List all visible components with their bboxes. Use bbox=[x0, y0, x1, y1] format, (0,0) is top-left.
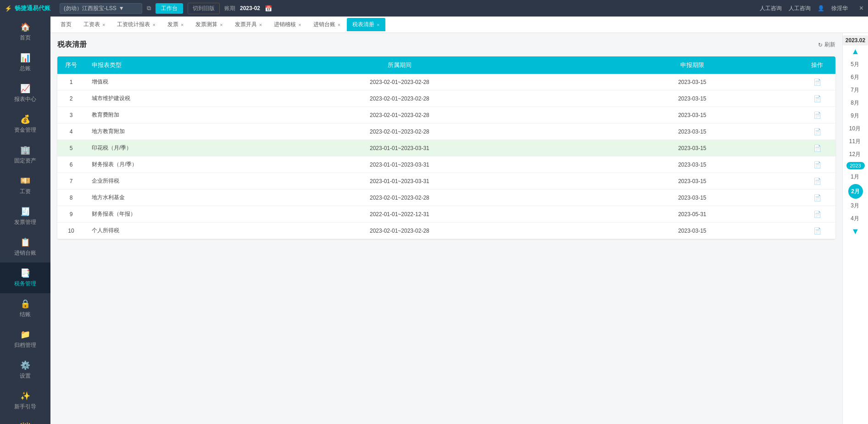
period-label: 账期 bbox=[224, 5, 235, 12]
tab-purchase-check[interactable]: 进销稽核 × bbox=[268, 18, 306, 31]
cell-no: 5 bbox=[57, 140, 85, 156]
tab-home[interactable]: 首页 bbox=[55, 18, 77, 31]
cell-period: 2023-01-01~2023-03-31 bbox=[213, 140, 586, 156]
human-consult[interactable]: 人工咨询 bbox=[760, 5, 782, 12]
sidebar-item-ledger[interactable]: 📊 总账 bbox=[0, 47, 50, 78]
table-action-icon[interactable]: 📄 bbox=[813, 145, 821, 152]
tab-invoice-calc[interactable]: 发票测算 × bbox=[190, 18, 228, 31]
tab-purchase-ledger-close[interactable]: × bbox=[338, 22, 340, 28]
table-action-icon[interactable]: 📄 bbox=[813, 128, 821, 135]
timeline-month[interactable]: 12月 bbox=[846, 148, 864, 161]
sidebar-item-home[interactable]: 🏠 首页 bbox=[0, 17, 50, 47]
cell-period: 2023-02-01~2023-02-28 bbox=[213, 223, 586, 239]
sidebar-item-member[interactable]: 👑 畅会员 bbox=[0, 416, 50, 424]
col-period: 所属期间 bbox=[213, 56, 586, 74]
table-row: 5 印花税（月/季） 2023-01-01~2023-03-31 2023-03… bbox=[57, 140, 835, 156]
sidebar-item-report[interactable]: 📈 报表中心 bbox=[0, 78, 50, 109]
sidebar-item-guide[interactable]: ✨ 新手引导 bbox=[0, 385, 50, 416]
tab-invoice-label: 发票 bbox=[167, 21, 178, 28]
capital-icon: 💰 bbox=[20, 114, 30, 124]
tab-tax-list[interactable]: 税表清册 × bbox=[347, 18, 385, 31]
tab-salary-table-close[interactable]: × bbox=[102, 22, 105, 28]
timeline-month[interactable]: 10月 bbox=[846, 123, 864, 135]
purchase-icon: 📋 bbox=[20, 237, 30, 247]
report-icon: 📈 bbox=[20, 84, 30, 94]
tab-purchase-check-close[interactable]: × bbox=[298, 22, 301, 28]
timeline-month[interactable]: 8月 bbox=[846, 97, 864, 109]
table-action-icon[interactable]: 📄 bbox=[813, 178, 821, 185]
sidebar-item-close[interactable]: 🔒 结账 bbox=[0, 293, 50, 324]
switch-old-button[interactable]: 切到旧版 bbox=[188, 3, 220, 14]
sidebar-item-salary[interactable]: 💴 工资 bbox=[0, 170, 50, 201]
timeline-month[interactable]: 2023 bbox=[846, 162, 865, 169]
timeline-month[interactable]: 11月 bbox=[846, 135, 864, 148]
tab-invoice-open-close[interactable]: × bbox=[259, 22, 262, 28]
tab-invoice-close[interactable]: × bbox=[181, 22, 184, 28]
window-close-button[interactable]: × bbox=[859, 4, 863, 12]
sidebar-item-invoice[interactable]: 🧾 发票管理 bbox=[0, 201, 50, 232]
timeline-month[interactable]: 7月 bbox=[846, 84, 864, 96]
timeline-up-button[interactable]: ▲ bbox=[850, 45, 861, 58]
timeline-month[interactable]: 3月 bbox=[846, 200, 864, 212]
calendar-icon[interactable]: 📅 bbox=[265, 5, 272, 12]
salary-icon: 💴 bbox=[20, 176, 30, 186]
cell-type: 印花税（月/季） bbox=[85, 140, 213, 156]
tab-salary-stat-close[interactable]: × bbox=[152, 22, 155, 28]
tab-invoice-open[interactable]: 发票开具 × bbox=[229, 18, 267, 31]
cell-deadline: 2023-03-15 bbox=[586, 173, 799, 190]
workbench-button[interactable]: 工作台 bbox=[156, 3, 183, 14]
refresh-button[interactable]: ↻ 刷新 bbox=[818, 41, 835, 49]
sidebar-item-capital[interactable]: 💰 资金管理 bbox=[0, 109, 50, 139]
timeline-month[interactable]: 2月 bbox=[848, 184, 863, 199]
cell-period: 2023-02-01~2023-02-28 bbox=[213, 190, 586, 206]
sidebar-item-settings[interactable]: ⚙️ 设置 bbox=[0, 355, 50, 385]
tab-tax-list-close[interactable]: × bbox=[377, 22, 379, 28]
copy-icon[interactable]: ⧉ bbox=[147, 5, 151, 12]
sidebar-item-tax[interactable]: 📑 税务管理 bbox=[0, 262, 50, 293]
timeline-panel: 2023.02 ▲ 5月6月7月8月9月10月11月12月20231月2月3月4… bbox=[842, 33, 868, 424]
cell-action: 📄 bbox=[799, 223, 835, 239]
table-action-icon[interactable]: 📄 bbox=[813, 194, 821, 201]
table-action-icon[interactable]: 📄 bbox=[813, 112, 821, 119]
table-action-icon[interactable]: 📄 bbox=[813, 78, 821, 86]
fixed-icon: 🏢 bbox=[20, 145, 30, 155]
table-action-icon[interactable]: 📄 bbox=[813, 211, 821, 218]
sidebar-item-fixed[interactable]: 🏢 固定资产 bbox=[0, 139, 50, 170]
timeline-month[interactable]: 6月 bbox=[846, 71, 864, 84]
tab-invoice-calc-close[interactable]: × bbox=[220, 22, 223, 28]
sidebar-label-capital: 资金管理 bbox=[14, 126, 36, 134]
tax-icon: 📑 bbox=[20, 268, 30, 278]
cell-action: 📄 bbox=[799, 90, 835, 107]
sidebar-label-invoice: 发票管理 bbox=[14, 218, 36, 226]
tab-invoice[interactable]: 发票 × bbox=[162, 18, 189, 31]
table-action-icon[interactable]: 📄 bbox=[813, 227, 821, 234]
header-right: 人工咨询 人工咨询 👤 徐淫华 × bbox=[760, 4, 863, 12]
page-header: 税表清册 ↻ 刷新 bbox=[57, 40, 835, 50]
cell-deadline: 2023-03-15 bbox=[586, 156, 799, 173]
cell-period: 2023-02-01~2023-02-28 bbox=[213, 123, 586, 140]
cell-no: 4 bbox=[57, 123, 85, 140]
timeline-month[interactable]: 1月 bbox=[846, 171, 864, 183]
cell-type: 地方水利基金 bbox=[85, 190, 213, 206]
page-content: 税表清册 ↻ 刷新 序号 申报表类型 所属期间 申报期限 操作 bbox=[50, 33, 868, 424]
table-row: 2 城市维护建设税 2023-02-01~2023-02-28 2023-03-… bbox=[57, 90, 835, 107]
timeline-month[interactable]: 5月 bbox=[846, 58, 864, 71]
cell-deadline: 2023-03-15 bbox=[586, 190, 799, 206]
sidebar-item-purchase[interactable]: 📋 进销台账 bbox=[0, 232, 50, 262]
timeline-header-period: 2023.02 bbox=[843, 35, 868, 45]
timeline-month[interactable]: 9月 bbox=[846, 110, 864, 122]
table-row: 7 企业所得税 2023-01-01~2023-03-31 2023-03-15… bbox=[57, 173, 835, 190]
sidebar-item-archive[interactable]: 📁 归档管理 bbox=[0, 324, 50, 355]
cell-action: 📄 bbox=[799, 190, 835, 206]
cell-type: 个人所得税 bbox=[85, 223, 213, 239]
timeline-down-button[interactable]: ▼ bbox=[850, 225, 861, 238]
table-action-icon[interactable]: 📄 bbox=[813, 161, 821, 168]
tab-salary-table[interactable]: 工资表 × bbox=[78, 18, 111, 31]
content-area: 首页 工资表 × 工资统计报表 × 发票 × 发票测算 × 发票开具 × bbox=[50, 17, 868, 424]
tab-salary-stat[interactable]: 工资统计报表 × bbox=[111, 18, 161, 31]
table-action-icon[interactable]: 📄 bbox=[813, 95, 821, 102]
timeline-month[interactable]: 4月 bbox=[846, 212, 864, 225]
member-icon: 👑 bbox=[20, 422, 30, 424]
company-selector[interactable]: (勿动）江西股宝-LSS ▼ bbox=[60, 3, 142, 14]
tab-purchase-ledger[interactable]: 进销台账 × bbox=[308, 18, 346, 31]
